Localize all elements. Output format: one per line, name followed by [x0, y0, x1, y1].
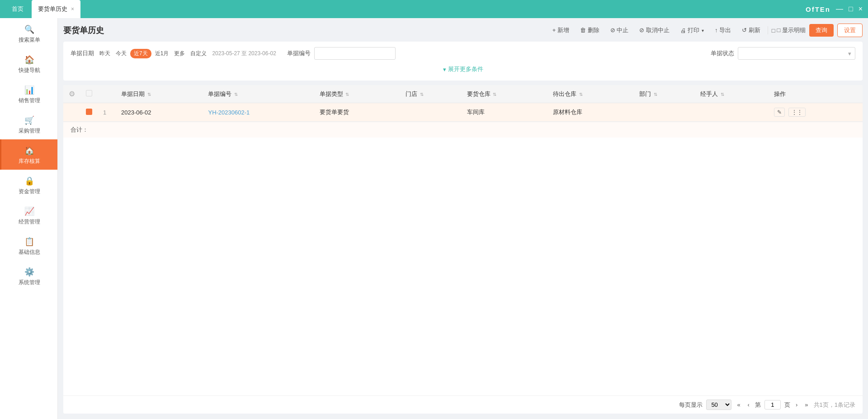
sidebar-item-finance[interactable]: 🔒 资金管理 [0, 170, 57, 200]
finance-icon: 🔒 [24, 176, 34, 186]
col-pending-warehouse: 待出仓库 ⇅ [547, 85, 634, 103]
first-page-btn[interactable]: « [735, 400, 742, 409]
sidebar-item-purchase[interactable]: 🛒 采购管理 [0, 109, 57, 139]
col-doc-number: 单据编号 ⇅ [203, 85, 314, 103]
window-minimize-btn[interactable]: — [836, 5, 843, 13]
system-icon: ⚙️ [24, 267, 34, 277]
table-settings-icon[interactable]: ⚙ [69, 90, 75, 98]
sales-icon: 📊 [24, 85, 34, 95]
doc-status-label: 单据状态 [711, 49, 734, 57]
purchase-icon: 🛒 [24, 115, 34, 125]
sort-handler-icon[interactable]: ⇅ [721, 92, 724, 97]
row-pending-warehouse-cell: 原材料仓库 [547, 103, 634, 122]
sort-doc-date-icon[interactable]: ⇅ [147, 92, 151, 97]
print-button[interactable]: 🖨 🖨 打印 打印 ▾ [677, 24, 708, 36]
date-btn-custom[interactable]: 自定义 [189, 49, 208, 58]
col-operation: 操作 [769, 85, 863, 103]
page-size-select[interactable]: 10 20 50 100 [706, 400, 731, 410]
operation-icon: 📈 [24, 206, 34, 216]
close-tab-btn[interactable]: × [71, 6, 74, 12]
data-table: ⚙ 单据日期 ⇅ 单据编号 ⇅ [63, 85, 863, 122]
table-body: 1 2023-06-02 YH-20230602-1 要货单要货 车间库 原材料… [63, 103, 863, 122]
col-settings: ⚙ [63, 85, 80, 103]
tab-home[interactable]: 首页 [5, 0, 30, 18]
display-detail-checkbox-icon: □ [772, 27, 775, 34]
row-req-warehouse-cell: 车间库 [462, 103, 548, 122]
next-page-btn[interactable]: › [794, 400, 799, 409]
col-checkbox [80, 85, 98, 103]
row-operation-cell: ✎ ⋮⋮ [769, 103, 863, 122]
table-empty-space [63, 138, 863, 395]
sidebar-item-search-menu[interactable]: 🔍 搜索菜单 [0, 18, 57, 48]
sort-pending-warehouse-icon[interactable]: ⇅ [579, 92, 583, 97]
date-btn-1month[interactable]: 近1月 [153, 49, 171, 58]
col-num [98, 85, 116, 103]
basic-icon: 📋 [24, 237, 34, 247]
table-row: 1 2023-06-02 YH-20230602-1 要货单要货 车间库 原材料… [63, 103, 863, 122]
expand-filter-btn[interactable]: ▾ 展开更多条件 [71, 63, 855, 75]
row-doc-type-cell: 要货单要货 [314, 103, 401, 122]
top-bar: 首页 要货单历史 × OfTEn — □ × [0, 0, 868, 18]
sidebar-item-quick-nav[interactable]: 🏠 快捷导航 [0, 48, 57, 79]
doc-number-link[interactable]: YH-20230602-1 [208, 109, 250, 116]
date-btn-7days[interactable]: 近7天 [130, 49, 151, 58]
sort-doc-number-icon[interactable]: ⇅ [234, 92, 238, 97]
row-checkbox-cell [80, 103, 98, 122]
page-header: 要货单历史 + 新增 🗑 删除 ⊘ 中止 ⊘ 取消中止 🖨 🖨 打印 打印 ▾ … [63, 24, 863, 37]
display-detail-toggle[interactable]: □ □ 显示明细 [772, 26, 806, 34]
delete-button[interactable]: 🗑 删除 [576, 24, 603, 36]
sidebar-item-sales[interactable]: 📊 销售管理 [0, 79, 57, 109]
date-label: 单据日期 [71, 49, 94, 57]
sort-doc-type-icon[interactable]: ⇅ [345, 92, 349, 97]
doc-number-input[interactable] [314, 47, 396, 60]
prev-page-btn[interactable]: ‹ [746, 400, 751, 409]
tab-active[interactable]: 要货单历史 × [32, 0, 80, 18]
inventory-icon: 🏠 [24, 146, 34, 156]
total-info: 共1页，1条记录 [814, 401, 855, 409]
date-btn-yesterday[interactable]: 昨天 [98, 49, 112, 58]
sidebar: 🔍 搜索菜单 🏠 快捷导航 📊 销售管理 🛒 采购管理 🏠 库存核算 🔒 资金管… [0, 18, 58, 419]
select-all-checkbox[interactable] [86, 90, 92, 96]
row-checkbox[interactable] [86, 109, 92, 115]
sidebar-item-inventory[interactable]: 🏠 库存核算 [0, 139, 57, 170]
query-button[interactable]: 查询 [809, 24, 834, 37]
new-button[interactable]: + 新增 [549, 24, 573, 36]
export-button[interactable]: ↑ 导出 [711, 24, 735, 36]
row-handler-cell [695, 103, 769, 122]
filter-bar: 单据日期 昨天 今天 近7天 近1月 更多 自定义 2023-05-27 至 2… [63, 42, 863, 81]
filter-row-1: 单据日期 昨天 今天 近7天 近1月 更多 自定义 2023-05-27 至 2… [71, 47, 855, 60]
page-title: 要货单历史 [63, 25, 104, 36]
sort-req-warehouse-icon[interactable]: ⇅ [493, 92, 496, 97]
date-btn-today[interactable]: 今天 [114, 49, 128, 58]
refresh-button[interactable]: ↺ 刷新 [738, 24, 764, 36]
date-btn-more[interactable]: 更多 [172, 49, 187, 58]
search-menu-icon: 🔍 [24, 24, 34, 34]
sidebar-item-basic[interactable]: 📋 基础信息 [0, 230, 57, 261]
quick-nav-icon: 🏠 [24, 55, 34, 65]
doc-status-select[interactable]: ▾ [738, 47, 855, 60]
window-close-btn[interactable]: × [859, 5, 863, 13]
filter-row-expand: ▾ 展开更多条件 [71, 63, 855, 75]
settings-button[interactable]: 设置 [837, 24, 863, 37]
sidebar-item-system[interactable]: ⚙️ 系统管理 [0, 261, 57, 291]
filter-date: 单据日期 昨天 今天 近7天 近1月 更多 自定义 2023-05-27 至 2… [71, 49, 276, 58]
row-edit-btn[interactable]: ✎ [774, 108, 785, 117]
row-doc-date-cell: 2023-06-02 [116, 103, 203, 122]
window-maximize-btn[interactable]: □ [849, 5, 853, 13]
row-more-btn[interactable]: ⋮⋮ [788, 108, 806, 117]
col-store: 门店 ⇅ [400, 85, 461, 103]
sort-dept-icon[interactable]: ⇅ [654, 92, 657, 97]
row-num-cell: 1 [98, 103, 116, 122]
cancel-stop-button[interactable]: ⊘ 取消中止 [636, 24, 673, 36]
main-layout: 🔍 搜索菜单 🏠 快捷导航 📊 销售管理 🛒 采购管理 🏠 库存核算 🔒 资金管… [0, 18, 868, 419]
doc-number-label: 单据编号 [287, 49, 311, 57]
row-store-cell [400, 103, 461, 122]
sidebar-item-operation[interactable]: 📈 经营管理 [0, 200, 57, 230]
row-dept-cell [634, 103, 695, 122]
page-number-input[interactable] [764, 400, 781, 409]
last-page-btn[interactable]: » [803, 400, 810, 409]
select-dropdown-icon: ▾ [848, 50, 851, 57]
stop-button[interactable]: ⊘ 中止 [607, 24, 632, 36]
sort-store-icon[interactable]: ⇅ [420, 92, 424, 97]
print-dropdown-icon[interactable]: ▾ [702, 28, 704, 33]
